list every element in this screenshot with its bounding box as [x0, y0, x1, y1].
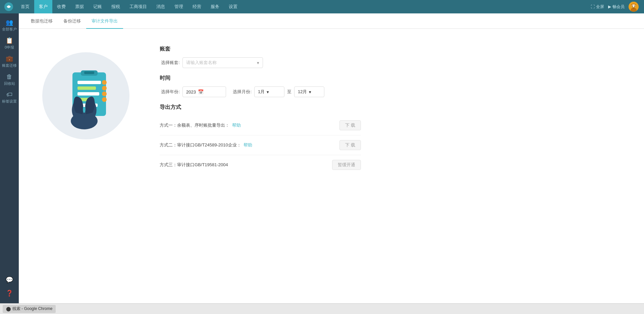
fullscreen-icon: ⛶	[591, 4, 595, 9]
page-content: 账套 选择账套: 请输入账套名称 ▾ 时间 选择年份:	[19, 29, 644, 303]
export-method-2-label: 方式二：审计接口GB/T24589-2010企业： 帮助	[160, 142, 339, 148]
time-separator: 至	[287, 89, 291, 95]
nav-accounting[interactable]: 记账	[89, 0, 107, 13]
time-section: 时间 选择年份: 2023 📅 选择月份: 1月 ▾ 至	[160, 75, 361, 97]
nav-operation[interactable]: 经营	[188, 0, 206, 13]
sidebar-item-zero-declare[interactable]: 📋 0申报	[0, 34, 19, 52]
nav-items: 首页 客户 收费 票据 记账 报税 工商项目 消息 管理 经营 服务 设置	[16, 0, 591, 13]
vip-icon: ▶	[608, 4, 611, 9]
year-value: 2023	[186, 89, 196, 95]
content-area: 数据包迁移 备份迁移 审计文件导出	[19, 13, 644, 303]
calendar-icon: 📅	[198, 89, 204, 95]
sidebar-item-all-customers[interactable]: 👥 全部客户	[0, 16, 19, 34]
main-layout: 👥 全部客户 📋 0申报 💼 账套迁移 🗑 回收站 🏷 标签设置 💬 ❓ 数据包…	[0, 13, 644, 303]
nav-service[interactable]: 服务	[206, 0, 224, 13]
vip-button[interactable]: ▶ 畅会员	[608, 4, 625, 10]
account-section-title: 账套	[160, 46, 361, 53]
export-method-2-text: 方式二：审计接口GB/T24589-2010企业：	[160, 142, 241, 147]
export-section: 导出方式 方式一：余额表、序时账批量导出： 帮助 下 载 方式二：审计接口GB/…	[160, 104, 361, 175]
nav-business[interactable]: 工商项目	[125, 0, 152, 13]
chat-icon-button[interactable]: 💬	[0, 274, 19, 286]
nav-invoice[interactable]: 票据	[70, 0, 89, 13]
export-method-1-download-button[interactable]: 下 载	[339, 120, 361, 130]
export-method-3-text: 方式三：审计接口GB/T19581-2004	[160, 162, 228, 167]
export-method-2-help[interactable]: 帮助	[244, 142, 252, 147]
nav-message[interactable]: 消息	[152, 0, 170, 13]
user-avatar[interactable]	[629, 2, 639, 12]
nav-customer[interactable]: 客户	[34, 0, 52, 13]
illustration-circle	[42, 52, 129, 139]
top-navigation: 首页 客户 收费 票据 记账 报税 工商项目 消息 管理 经营 服务 设置 ⛶ …	[0, 0, 644, 13]
nav-tax[interactable]: 报税	[107, 0, 125, 13]
chevron-down-icon-month: ▾	[267, 89, 269, 95]
export-method-2-download-button[interactable]: 下 载	[339, 140, 361, 150]
month-end-value: 12月	[298, 89, 307, 95]
export-method-1-help[interactable]: 帮助	[232, 123, 241, 128]
svg-rect-8	[77, 86, 96, 90]
svg-point-12	[102, 80, 107, 85]
tab-bar: 数据包迁移 备份迁移 审计文件导出	[19, 13, 644, 29]
account-row: 选择账套: 请输入账套名称 ▾	[160, 57, 361, 68]
account-section: 账套 选择账套: 请输入账套名称 ▾	[160, 46, 361, 68]
tab-audit-export[interactable]: 审计文件导出	[86, 14, 123, 29]
nav-settings[interactable]: 设置	[224, 0, 242, 13]
chrome-icon: ⬤	[6, 306, 11, 311]
app-logo	[3, 1, 15, 13]
customers-icon: 👥	[6, 19, 13, 26]
recycle-icon: 🗑	[6, 73, 12, 80]
illustration-svg	[52, 59, 119, 133]
form-area: 账套 选择账套: 请输入账套名称 ▾ 时间 选择年份:	[160, 42, 361, 175]
svg-rect-17	[84, 71, 94, 74]
svg-point-5	[634, 6, 635, 7]
svg-rect-7	[77, 81, 101, 84]
taskbar-item-label: 线索 - Google Chrome	[12, 306, 52, 312]
illustration-area	[39, 49, 133, 143]
svg-rect-9	[77, 92, 99, 96]
time-row: 选择年份: 2023 📅 选择月份: 1月 ▾ 至 12月	[160, 86, 361, 97]
year-label: 选择年份:	[160, 89, 180, 95]
month-start-select[interactable]: 1月 ▾	[254, 86, 284, 97]
taskbar-chrome-item[interactable]: ⬤ 线索 - Google Chrome	[3, 305, 56, 313]
sidebar-item-tag-settings[interactable]: 🏷 标签设置	[0, 88, 19, 106]
export-method-3-row: 方式三：审计接口GB/T19581-2004 暂缓开通	[160, 155, 361, 175]
sidebar-item-recycle[interactable]: 🗑 回收站	[0, 71, 19, 88]
chevron-down-icon: ▾	[257, 60, 259, 65]
export-method-1-text: 方式一：余额表、序时账批量导出：	[160, 123, 229, 128]
nav-manage[interactable]: 管理	[170, 0, 188, 13]
sidebar-bottom: 💬 ❓	[0, 274, 19, 303]
account-label: 选择账套:	[160, 60, 180, 66]
export-method-1-label: 方式一：余额表、序时账批量导出： 帮助	[160, 122, 339, 128]
account-placeholder: 请输入账套名称	[186, 60, 257, 66]
fullscreen-button[interactable]: ⛶ 全屏	[591, 4, 604, 10]
migrate-icon: 💼	[6, 55, 13, 62]
tab-data-migrate[interactable]: 数据包迁移	[25, 14, 58, 29]
sidebar: 👥 全部客户 📋 0申报 💼 账套迁移 🗑 回收站 🏷 标签设置 💬 ❓	[0, 13, 19, 303]
month-end-select[interactable]: 12月 ▾	[294, 86, 324, 97]
svg-point-13	[102, 86, 107, 90]
month-start-value: 1月	[258, 89, 265, 95]
export-method-1-row: 方式一：余额表、序时账批量导出： 帮助 下 载	[160, 116, 361, 135]
export-method-3-label: 方式三：审计接口GB/T19581-2004	[160, 162, 332, 168]
nav-home[interactable]: 首页	[16, 0, 34, 13]
nav-right-area: ⛶ 全屏 ▶ 畅会员	[591, 2, 639, 12]
year-input[interactable]: 2023 📅	[182, 86, 226, 97]
declare-icon: 📋	[6, 37, 13, 44]
taskbar: ⬤ 线索 - Google Chrome	[0, 303, 644, 314]
chevron-down-icon-end: ▾	[309, 89, 311, 95]
export-section-title: 导出方式	[160, 104, 361, 111]
tab-backup-migrate[interactable]: 备份迁移	[58, 14, 86, 29]
nav-fee[interactable]: 收费	[52, 0, 70, 13]
sidebar-item-account-migrate[interactable]: 💼 账套迁移	[0, 52, 19, 70]
month-label: 选择月份:	[231, 89, 252, 95]
export-method-2-row: 方式二：审计接口GB/T24589-2010企业： 帮助 下 载	[160, 135, 361, 155]
export-method-3-open-button[interactable]: 暂缓开通	[332, 160, 361, 170]
svg-point-15	[102, 97, 107, 102]
account-select[interactable]: 请输入账套名称 ▾	[182, 57, 263, 68]
time-section-title: 时间	[160, 75, 361, 82]
tag-icon: 🏷	[6, 91, 12, 98]
help-icon-button[interactable]: ❓	[0, 287, 19, 299]
svg-point-4	[632, 6, 633, 7]
svg-point-14	[102, 91, 107, 96]
